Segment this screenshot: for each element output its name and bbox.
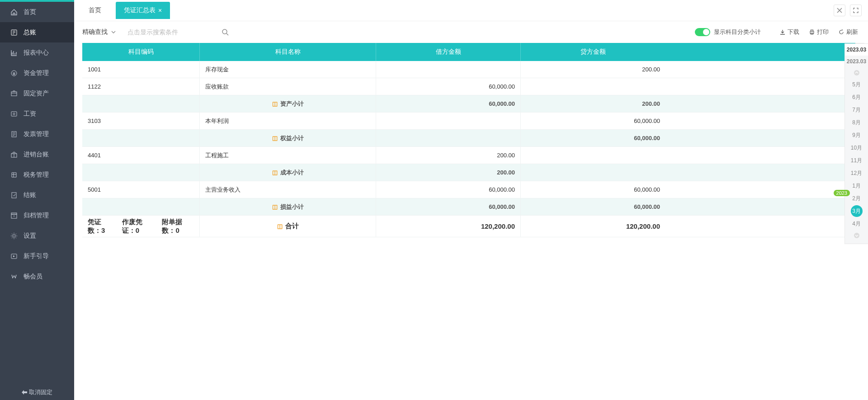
month-option[interactable]: 3月 <box>851 205 863 217</box>
subtotal-credit: 200.00 <box>521 95 665 112</box>
month-up[interactable] <box>845 67 868 78</box>
svg-point-17 <box>854 233 859 238</box>
cell-debit: 200.00 <box>376 147 521 164</box>
sidebar-item-vip[interactable]: 畅会员 <box>0 266 74 287</box>
month-down[interactable] <box>845 230 868 241</box>
search-button[interactable] <box>219 26 231 38</box>
table-header: 科目编码 科目名称 借方金额 贷方金额 <box>82 43 860 61</box>
month-option[interactable]: 5月 <box>851 78 863 91</box>
search-mode-select[interactable]: 精确查找 <box>82 28 120 36</box>
cell-name: 库存现金 <box>200 61 376 78</box>
sidebar-item-label: 税务管理 <box>24 171 49 179</box>
month-option[interactable]: 10月 <box>851 141 863 154</box>
subtotal-row: ◫权益小计60,000.00 <box>82 130 860 147</box>
cell-code: 5001 <box>82 181 200 198</box>
print-icon <box>809 29 815 35</box>
table-row[interactable]: 3103本年利润60,000.00 <box>82 113 860 130</box>
month-option[interactable]: 1月 <box>851 179 863 192</box>
sidebar-unpin[interactable]: 取消固定 <box>0 385 74 400</box>
sidebar-item-label: 归档管理 <box>24 212 49 220</box>
subtotal-icon: ◫ <box>272 100 278 107</box>
month-option[interactable]: 9月 <box>851 129 863 141</box>
sidebar-item-tax[interactable]: 税务管理 <box>0 165 74 185</box>
ledger-icon <box>10 28 18 37</box>
month-option[interactable]: 11月 <box>851 154 863 167</box>
sidebar-item-label: 资金管理 <box>24 69 49 77</box>
sidebar-item-guide[interactable]: 新手引导 <box>0 246 74 266</box>
cell-credit: 60,000.00 <box>521 181 665 198</box>
toolbar: 精确查找 显示科目分类小计 下载 打印 <box>74 21 868 43</box>
sidebar-item-asset[interactable]: 固定资产 <box>0 83 74 104</box>
sidebar-item-label: 报表中心 <box>24 49 49 57</box>
table-row[interactable]: 1001库存现金200.00 <box>82 61 860 78</box>
guide-icon <box>10 252 18 260</box>
cell-code: 4401 <box>82 147 200 164</box>
expand-button[interactable] <box>850 5 862 16</box>
table-row[interactable]: 4401工程施工200.00 <box>82 147 860 164</box>
svg-rect-3 <box>11 112 17 116</box>
refresh-icon <box>839 29 844 35</box>
cell-name: 应收账款 <box>200 78 376 95</box>
sidebar-item-salary[interactable]: 工资 <box>0 104 74 124</box>
tab[interactable]: 凭证汇总表× <box>116 2 170 19</box>
cell-debit <box>376 61 521 78</box>
tab-label: 凭证汇总表 <box>124 6 156 14</box>
refresh-button[interactable]: 刷新 <box>837 28 860 36</box>
toggle-label: 显示科目分类小计 <box>714 28 761 36</box>
subtotal-label: ◫权益小计 <box>200 130 376 146</box>
subtotal-row: ◫资产小计60,000.00200.00 <box>82 95 860 113</box>
subtotal-debit <box>376 130 521 146</box>
sidebar-item-label: 进销台账 <box>24 151 49 159</box>
cell-code: 1122 <box>82 78 200 95</box>
cell-credit <box>521 78 665 95</box>
sidebar-item-label: 畅会员 <box>24 273 42 281</box>
sidebar-item-archive[interactable]: 归档管理 <box>0 205 74 226</box>
period-from[interactable]: 2023.03 <box>845 44 868 56</box>
show-subtotal-toggle[interactable] <box>695 28 710 36</box>
svg-rect-7 <box>12 193 16 198</box>
tab-close-icon[interactable]: × <box>158 7 162 14</box>
tabbar: 首页凭证汇总表× <box>74 0 868 21</box>
col-name: 科目名称 <box>200 43 376 61</box>
month-option[interactable]: 6月 <box>851 91 863 104</box>
sidebar-item-invoice[interactable]: 发票管理 <box>0 124 74 144</box>
unpin-icon <box>22 390 27 395</box>
download-button[interactable]: 下载 <box>778 28 801 36</box>
col-credit: 贷方金额 <box>521 43 665 61</box>
month-option[interactable]: 2月 <box>851 192 863 205</box>
total-left-info: 凭证数：3 作废凭证：0 附单据数：0 <box>82 216 200 237</box>
table-row[interactable]: 5001主营业务收入60,000.0060,000.00 <box>82 181 860 198</box>
table-row[interactable]: 1122应收账款60,000.00 <box>82 78 860 95</box>
month-option[interactable]: 7月 <box>851 104 863 116</box>
tab[interactable]: 首页 <box>80 2 109 19</box>
search-input[interactable] <box>127 26 212 39</box>
sidebar-item-chart[interactable]: 报表中心 <box>0 42 74 63</box>
month-option[interactable]: 12月 <box>851 167 863 179</box>
cell-debit <box>376 113 521 129</box>
total-credit: 120,200.00 <box>521 216 665 237</box>
sidebar-item-label: 新手引导 <box>24 252 49 260</box>
period-to[interactable]: 2023.03 <box>845 56 868 67</box>
svg-point-4 <box>13 113 15 115</box>
svg-point-12 <box>222 29 227 34</box>
sidebar-item-ledger[interactable]: 总账 <box>0 22 74 42</box>
chart-icon <box>10 49 18 57</box>
subtotal-label: ◫成本小计 <box>200 164 376 181</box>
download-icon <box>780 29 785 35</box>
sidebar-item-settings[interactable]: 设置 <box>0 226 74 246</box>
sidebar-item-close[interactable]: 结账 <box>0 185 74 205</box>
cell-debit: 60,000.00 <box>376 181 521 198</box>
chevron-down-icon <box>111 31 116 33</box>
print-button[interactable]: 打印 <box>807 28 830 36</box>
month-option[interactable]: 4月 <box>851 217 863 230</box>
sidebar-item-money[interactable]: 资金管理 <box>0 63 74 83</box>
sidebar-item-home[interactable]: 首页 <box>0 2 74 22</box>
subtotal-credit: 60,000.00 <box>521 130 665 146</box>
sidebar-item-inventory[interactable]: 进销台账 <box>0 144 74 165</box>
month-option[interactable]: 8月 <box>851 116 863 129</box>
close-button[interactable] <box>834 5 845 16</box>
money-icon <box>10 69 18 77</box>
subtotal-credit: 60,000.00 <box>521 198 665 215</box>
sidebar-item-label: 首页 <box>24 8 36 16</box>
total-row: 凭证数：3 作废凭证：0 附单据数：0 ◫ 合计 120,200.00 120,… <box>82 216 860 237</box>
